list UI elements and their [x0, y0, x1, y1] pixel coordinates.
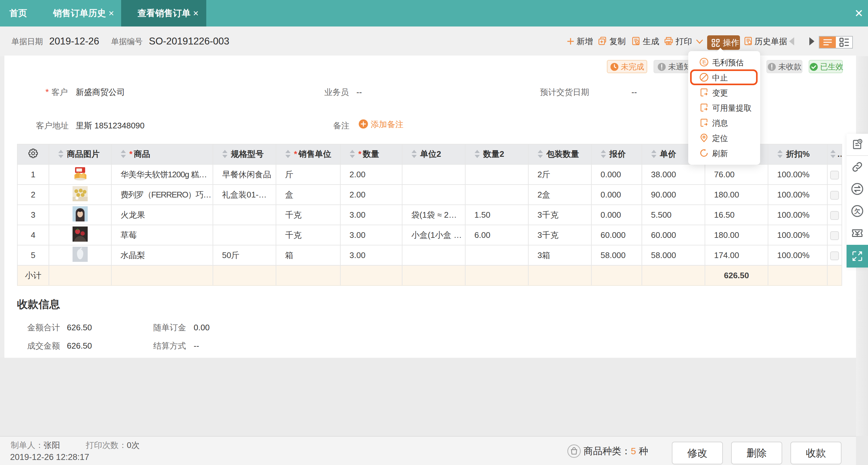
- svg-text:欠: 欠: [854, 208, 861, 215]
- svg-text:毛: 毛: [702, 60, 707, 65]
